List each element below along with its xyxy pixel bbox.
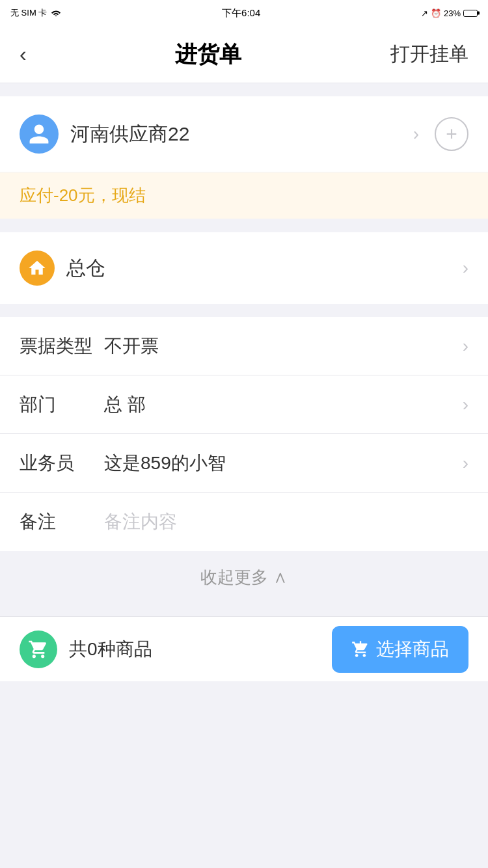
back-button[interactable]: ‹ xyxy=(20,42,27,66)
select-product-icon xyxy=(351,640,370,658)
status-time: 下午6:04 xyxy=(222,7,260,20)
section-divider-2 xyxy=(0,219,488,232)
section-divider-4 xyxy=(0,603,488,616)
page-title: 进货单 xyxy=(175,40,241,70)
supplier-avatar xyxy=(20,115,59,154)
sim-label: 无 SIM 卡 xyxy=(10,7,47,19)
battery-percent: 23% xyxy=(444,8,461,18)
nav-bar: ‹ 进货单 打开挂单 xyxy=(0,26,488,83)
cart-icon xyxy=(28,639,49,660)
salesperson-value: 这是859的小智 xyxy=(98,451,456,476)
warehouse-row[interactable]: 总仓 › xyxy=(0,232,488,304)
department-value: 总 部 xyxy=(98,392,456,417)
notice-text: 应付-20元，现结 xyxy=(20,185,146,205)
salesperson-chevron: › xyxy=(463,453,468,474)
product-bar: 共0种商品 选择商品 xyxy=(0,616,488,681)
supplier-section: 河南供应商22 › + 应付-20元，现结 xyxy=(0,96,488,219)
collapse-bar[interactable]: 收起更多 ∧ xyxy=(0,551,488,603)
status-right: ↗ ⏰ 23% xyxy=(421,8,478,18)
battery-icon xyxy=(463,10,478,17)
salesperson-row[interactable]: 业务员 这是859的小智 › xyxy=(0,434,488,493)
open-pending-button[interactable]: 打开挂单 xyxy=(390,41,468,68)
department-label: 部门 xyxy=(20,392,98,417)
warehouse-section: 总仓 › xyxy=(0,232,488,304)
section-divider-3 xyxy=(0,304,488,317)
warehouse-icon xyxy=(20,251,55,286)
person-icon xyxy=(27,122,51,146)
remark-value: 备注内容 xyxy=(98,509,468,534)
select-product-button[interactable]: 选择商品 xyxy=(332,626,468,673)
location-icon: ↗ xyxy=(421,8,428,18)
warehouse-chevron-icon: › xyxy=(463,258,468,278)
invoice-type-chevron: › xyxy=(463,336,468,357)
section-divider-top xyxy=(0,83,488,96)
department-row[interactable]: 部门 总 部 › xyxy=(0,375,488,434)
remark-row[interactable]: 备注 备注内容 xyxy=(0,493,488,551)
select-product-label: 选择商品 xyxy=(376,637,449,662)
invoice-type-label: 票据类型 xyxy=(20,334,98,359)
invoice-type-value: 不开票 xyxy=(98,334,456,359)
house-icon xyxy=(27,258,47,278)
notice-bar: 应付-20元，现结 xyxy=(0,172,488,219)
remark-label: 备注 xyxy=(20,509,98,534)
product-count: 共0种商品 xyxy=(69,637,332,662)
supplier-name: 河南供应商22 xyxy=(70,121,413,148)
warehouse-name: 总仓 xyxy=(66,255,463,282)
main-content: 河南供应商22 › + 应付-20元，现结 总仓 › 票据类型 不开票 xyxy=(0,83,488,868)
supplier-row[interactable]: 河南供应商22 › + xyxy=(0,96,488,172)
invoice-type-row[interactable]: 票据类型 不开票 › xyxy=(0,317,488,375)
salesperson-label: 业务员 xyxy=(20,451,98,476)
status-bar: 无 SIM 卡 下午6:04 ↗ ⏰ 23% xyxy=(0,0,488,26)
status-left: 无 SIM 卡 xyxy=(10,7,61,19)
product-icon xyxy=(20,631,57,668)
supplier-chevron-icon: › xyxy=(413,124,419,144)
form-section: 票据类型 不开票 › 部门 总 部 › 业务员 这是859的小智 › 备注 备注… xyxy=(0,317,488,551)
wifi-icon xyxy=(51,8,61,18)
department-chevron: › xyxy=(463,394,468,415)
alarm-icon: ⏰ xyxy=(431,8,441,18)
add-supplier-button[interactable]: + xyxy=(435,117,468,151)
collapse-label: 收起更多 ∧ xyxy=(200,566,287,589)
